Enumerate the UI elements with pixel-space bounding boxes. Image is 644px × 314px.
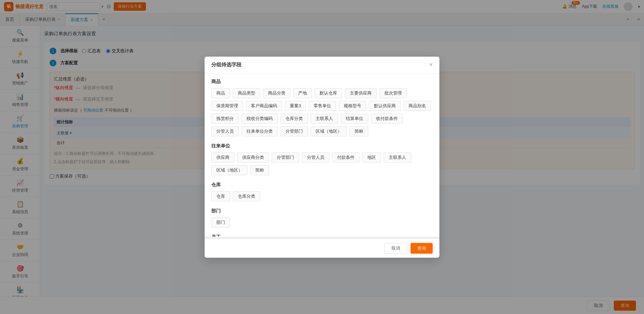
- modal-title: 分组待选字段: [211, 62, 241, 68]
- field-section-employee: 员工 业务员: [211, 234, 433, 237]
- field-section-product: 商品 商品 商品类型 商品分类 产地 默认仓库 主要供应商 批次管理 保质期管理…: [211, 79, 433, 136]
- field-chip-product-分管人员[interactable]: 分管人员: [211, 126, 239, 136]
- field-chip-partner-供应商[interactable]: 供应商: [211, 152, 234, 163]
- field-chip-product-商品分类[interactable]: 商品分类: [263, 88, 290, 98]
- field-chip-product-往来单位分类[interactable]: 往来单位分类: [241, 126, 278, 136]
- section-title-partner: 往来单位: [211, 143, 433, 149]
- section-title-product: 商品: [211, 79, 433, 85]
- modal-overlay: 分组待选字段 × 商品 商品 商品类型 商品分类 产地 默认仓库 主要供应商 批…: [0, 0, 644, 314]
- field-chip-product-客户商品编码[interactable]: 客户商品编码: [246, 101, 282, 111]
- modal: 分组待选字段 × 商品 商品 商品类型 商品分类 产地 默认仓库 主要供应商 批…: [205, 57, 439, 258]
- field-chip-product-保质期管理[interactable]: 保质期管理: [211, 101, 243, 111]
- field-chip-product-区域地区[interactable]: 区域（地区）: [311, 126, 347, 136]
- field-chip-product-默认仓库[interactable]: 默认仓库: [315, 88, 342, 98]
- field-chip-partner-付款条件[interactable]: 付款条件: [332, 152, 360, 163]
- section-title-employee: 员工: [211, 234, 433, 237]
- field-chips-dept: 部门: [211, 217, 433, 228]
- modal-header: 分组待选字段 ×: [205, 57, 439, 73]
- field-chip-product-主要供应商[interactable]: 主要供应商: [345, 88, 377, 98]
- field-chip-warehouse-仓库分类[interactable]: 仓库分类: [233, 191, 260, 201]
- modal-body: 商品 商品 商品类型 商品分类 产地 默认仓库 主要供应商 批次管理 保质期管理…: [205, 73, 439, 237]
- field-chip-product-拣货积分[interactable]: 拣货积分: [211, 114, 239, 124]
- field-chip-product-商品别名[interactable]: 商品别名: [404, 101, 431, 111]
- field-chip-product-商品[interactable]: 商品: [211, 88, 230, 98]
- field-chip-dept-部门[interactable]: 部门: [211, 217, 230, 228]
- field-chip-product-规格型号[interactable]: 规格型号: [339, 101, 366, 111]
- field-chip-product-商品类型[interactable]: 商品类型: [233, 88, 260, 98]
- field-chip-product-批次管理[interactable]: 批次管理: [379, 88, 407, 98]
- field-chip-product-主联系人[interactable]: 主联系人: [311, 114, 338, 124]
- field-chip-partner-区域地区[interactable]: 区域（地区）: [211, 165, 248, 175]
- field-chips-product: 商品 商品类型 商品分类 产地 默认仓库 主要供应商 批次管理 保质期管理 客户…: [211, 88, 433, 136]
- field-chip-partner-分管人员[interactable]: 分管人员: [302, 152, 329, 163]
- field-section-partner: 往来单位 供应商 供应商分类 分管部门 分管人员 付款条件 地区 主联系人 区域…: [211, 143, 433, 175]
- field-chip-warehouse-仓库[interactable]: 仓库: [211, 191, 230, 201]
- field-chip-product-仓库分类[interactable]: 仓库分类: [280, 114, 308, 124]
- field-chip-product-收付款条件[interactable]: 收付款条件: [371, 114, 403, 124]
- field-chip-product-结算单位[interactable]: 结算单位: [341, 114, 368, 124]
- section-title-dept: 部门: [211, 208, 433, 214]
- field-section-dept: 部门 部门: [211, 208, 433, 228]
- modal-close-button[interactable]: ×: [429, 61, 433, 68]
- field-chips-warehouse: 仓库 仓库分类: [211, 191, 433, 201]
- modal-footer: 取消 查询: [205, 239, 439, 258]
- field-chip-partner-主联系人[interactable]: 主联系人: [384, 152, 411, 163]
- field-chip-product-税收分类编码[interactable]: 税收分类编码: [241, 114, 278, 124]
- field-chip-partner-分管部门[interactable]: 分管部门: [272, 152, 299, 163]
- field-chip-product-零售单位[interactable]: 零售单位: [309, 101, 336, 111]
- field-chips-partner: 供应商 供应商分类 分管部门 分管人员 付款条件 地区 主联系人 区域（地区） …: [211, 152, 433, 175]
- field-chip-product-简称[interactable]: 简称: [350, 126, 368, 136]
- modal-confirm-button[interactable]: 查询: [411, 243, 433, 254]
- field-chip-partner-地区[interactable]: 地区: [362, 152, 381, 163]
- field-chip-product-分管部门[interactable]: 分管部门: [280, 126, 308, 136]
- field-chip-product-产地[interactable]: 产地: [293, 88, 312, 98]
- section-title-warehouse: 仓库: [211, 182, 433, 188]
- field-chip-product-默认供应商[interactable]: 默认供应商: [369, 101, 401, 111]
- field-chip-partner-供应商分类[interactable]: 供应商分类: [237, 152, 269, 163]
- field-section-warehouse: 仓库 仓库 仓库分类: [211, 182, 433, 201]
- field-chip-partner-简称[interactable]: 简称: [250, 165, 269, 175]
- field-chip-product-重量3[interactable]: 重量3: [285, 101, 306, 111]
- modal-cancel-button[interactable]: 取消: [384, 243, 407, 254]
